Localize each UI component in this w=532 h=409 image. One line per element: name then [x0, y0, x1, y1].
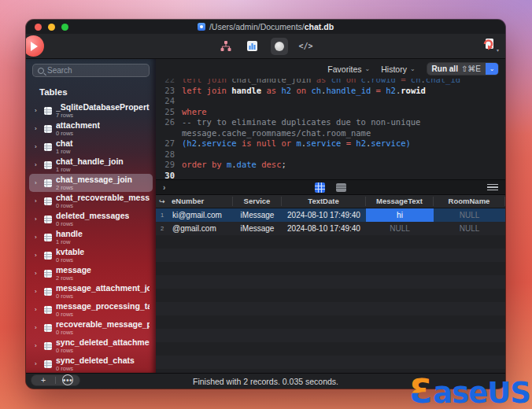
table-cell[interactable]: NULL [434, 222, 505, 235]
console-view-icon[interactable] [336, 183, 346, 192]
favorites-menu[interactable]: Favorites⌄ [327, 64, 370, 74]
sidebar-table-item[interactable]: ›attachment0 rows [29, 120, 153, 138]
chevron-right-icon[interactable]: › [35, 162, 40, 168]
row-number: 1 [156, 208, 168, 222]
more-options-button[interactable]: ••• [56, 375, 79, 385]
close-button[interactable] [35, 24, 42, 31]
chevron-right-icon[interactable]: › [35, 108, 40, 114]
table-meta: attachment0 rows [56, 121, 100, 136]
sql-view-button[interactable]: </> [297, 38, 315, 55]
chevron-right-icon[interactable]: › [35, 289, 40, 295]
chevron-right-icon[interactable]: › [35, 126, 40, 132]
table-meta: recoverable_message_pa0 rows [56, 320, 150, 335]
menu-icon[interactable] [487, 184, 498, 191]
search-field[interactable] [32, 64, 150, 77]
table-icon [44, 342, 52, 350]
chevron-down-icon: ⌄ [410, 65, 416, 72]
table-cell[interactable]: 2024-08-10 17:49:40 [282, 222, 366, 235]
table-row-count: 0 rows [56, 221, 129, 227]
chevron-right-icon[interactable]: › [163, 183, 165, 192]
table-icon [44, 324, 52, 332]
table-cell[interactable]: NULL [434, 208, 505, 222]
main-toolbar: </> ▾ [26, 34, 505, 59]
table-cell[interactable]: 2024-08-10 17:49:40 [282, 208, 366, 222]
table-cell[interactable]: ki@gmail.com [168, 208, 233, 222]
column-header[interactable]: RoomName [434, 197, 505, 206]
column-header[interactable]: Service [233, 197, 282, 206]
record-view-button[interactable] [271, 38, 288, 55]
table-row-count: 2 rows [56, 275, 91, 282]
play-button[interactable] [26, 35, 44, 57]
code-token: chat_handle_join [231, 79, 316, 84]
line-content: left join handle as h2 on ch.handle_id =… [182, 86, 426, 97]
export-button[interactable]: ▾ [478, 37, 499, 53]
code-line: 30 [161, 171, 505, 180]
table-meta: sync_deleted_attachmen0 rows [56, 338, 150, 353]
sidebar-table-item[interactable]: ›chat_message_join2 rows [29, 174, 153, 192]
code-token: or [281, 138, 296, 148]
history-menu[interactable]: History⌄ [381, 64, 415, 74]
table-icon [44, 179, 52, 187]
minimize-button[interactable] [48, 24, 55, 31]
status-text: Finished with 2 records. 0.035 seconds. [193, 377, 338, 386]
sidebar-table-item[interactable]: ›handle1 row [29, 228, 153, 246]
chevron-right-icon[interactable]: › [35, 343, 40, 349]
table-name: sync_deleted_attachmen [56, 338, 150, 347]
chevron-right-icon[interactable]: › [35, 361, 40, 367]
column-header[interactable]: eNumber [168, 197, 233, 206]
empty-row [156, 249, 505, 262]
sidebar-table-item[interactable]: ›message_processing_tas0 rows [29, 300, 153, 319]
code-token: handle_id [326, 86, 375, 95]
sidebar-table-item[interactable]: ›chat1 row [29, 138, 153, 156]
schema-button[interactable] [217, 38, 235, 55]
sidebar-table-item[interactable]: ›recoverable_message_pa0 rows [29, 319, 153, 337]
run-all-button[interactable]: Run all⇧⌘E ⌄ [427, 62, 499, 76]
chevron-right-icon[interactable]: › [35, 198, 40, 204]
sidebar-table-item[interactable]: ›message2 rows [29, 264, 153, 282]
column-header[interactable]: MessageText [366, 197, 434, 206]
code-token: order by [182, 160, 227, 169]
chevron-right-icon[interactable]: › [35, 180, 40, 186]
table-cell[interactable]: iMessage [233, 222, 282, 235]
table-meta: _SqliteDatabaseProperties7 rows [56, 103, 150, 118]
sidebar-table-item[interactable]: ›message_attachment_joi0 rows [29, 282, 153, 300]
column-header[interactable]: TextDate [282, 197, 366, 206]
run-options-dropdown[interactable]: ⌄ [486, 63, 498, 75]
sidebar-table-item[interactable]: ›kvtable0 rows [29, 246, 153, 264]
chevron-right-icon[interactable]: › [35, 307, 40, 313]
sidebar-table-item[interactable]: ›chat_recoverable_messa0 rows [29, 192, 153, 210]
table-row[interactable]: 1ki@gmail.comiMessage2024-08-10 17:49:40… [156, 208, 505, 222]
chevron-right-icon[interactable]: › [35, 271, 40, 277]
sidebar-table-item[interactable]: ›_SqliteDatabaseProperties7 rows [29, 101, 153, 120]
empty-row [156, 302, 505, 315]
window-titlebar[interactable]: /Users/admin/Documents/chat.db [26, 20, 505, 34]
insert-row-icon[interactable]: ↪ [156, 197, 168, 205]
line-number: 28 [161, 149, 175, 160]
sidebar-table-item[interactable]: ›deleted_messages0 rows [29, 210, 153, 228]
table-cell[interactable]: hi [366, 208, 434, 222]
search-input[interactable] [47, 66, 144, 75]
chevron-right-icon[interactable]: › [35, 216, 40, 223]
sidebar-table-item[interactable]: ›sync_deleted_chats0 rows [29, 355, 153, 373]
zoom-button[interactable] [61, 24, 68, 31]
code-token: h2 [356, 138, 366, 148]
chevron-right-icon[interactable]: › [35, 144, 40, 150]
table-cell[interactable]: NULL [366, 222, 434, 235]
table-icon [44, 306, 52, 314]
chevron-right-icon[interactable]: › [35, 325, 40, 331]
table-cell[interactable]: iMessage [233, 208, 282, 222]
sql-editor[interactable]: 22left join chat_handle_join as ch on c.… [156, 79, 505, 179]
chart-button[interactable] [244, 38, 261, 55]
grid-view-icon[interactable] [315, 182, 325, 193]
line-number: 27 [161, 138, 175, 149]
code-line: 23left join handle as h2 on ch.handle_id… [161, 86, 505, 97]
chevron-right-icon[interactable]: › [35, 252, 40, 259]
table-row[interactable]: 2@gmail.comiMessage2024-08-10 17:49:40NU… [156, 222, 505, 235]
table-cell[interactable]: @gmail.com [168, 222, 233, 235]
add-table-button[interactable]: + [31, 375, 55, 385]
run-all-shortcut: ⇧⌘E [461, 64, 481, 73]
sidebar-table-item[interactable]: ›sync_deleted_attachmen0 rows [29, 337, 153, 355]
chevron-right-icon[interactable]: › [35, 234, 40, 241]
code-line: 28 [161, 149, 505, 160]
sidebar-table-item[interactable]: ›chat_handle_join1 row [29, 156, 153, 174]
